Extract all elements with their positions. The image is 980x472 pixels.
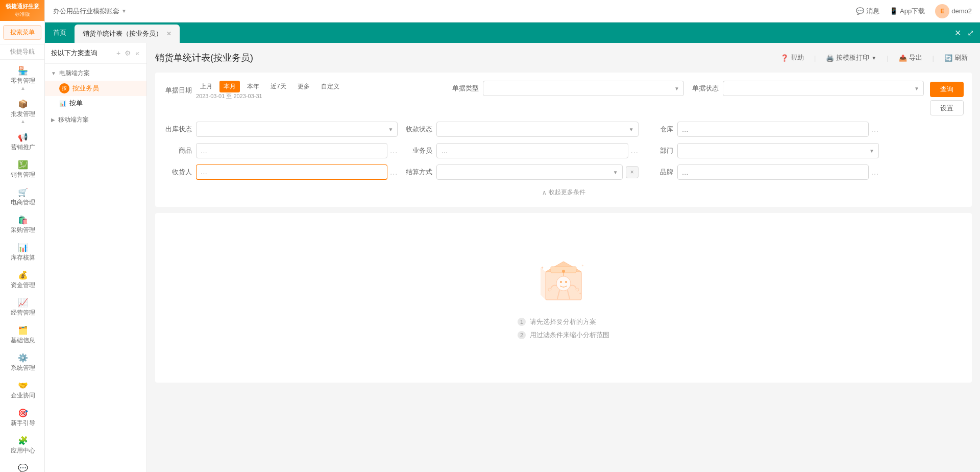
filter-salesperson-input[interactable] — [436, 143, 628, 158]
filter-row2: 出库状态 ▼ 收款状态 ▼ — [163, 122, 964, 137]
query-button[interactable]: 查询 — [930, 82, 964, 97]
filter-settlement-label: 结算方式 — [404, 168, 432, 177]
help-button[interactable]: ❓ 帮助 — [776, 51, 808, 64]
date-btn-custom[interactable]: 自定义 — [317, 81, 344, 92]
filter-brand-input[interactable] — [677, 164, 869, 180]
marketing-icon: 📢 — [18, 132, 28, 142]
app-logo[interactable]: 畅捷通好生意 标准版 — [0, 0, 44, 21]
search-menu-button[interactable]: 搜索菜单 — [3, 25, 41, 40]
print-template-button[interactable]: 🖨️ 按模板打印 ▼ — [822, 51, 880, 64]
filter-goods-input[interactable] — [196, 143, 387, 158]
sidebar-item-finance[interactable]: 💰 资金管理 — [0, 266, 44, 294]
app-selector[interactable]: 办公用品行业模拟账套 ▼ — [53, 7, 127, 16]
filter-settlement-tag: × — [626, 166, 639, 178]
collapse-more-button[interactable]: ∧ 收起更多条件 — [163, 184, 964, 199]
filter-out-status-control: ▼ — [196, 122, 398, 137]
quick-nav-button[interactable]: 快捷导航 — [0, 44, 44, 60]
tab-expand-icon[interactable]: ⤢ — [965, 26, 976, 40]
date-btn-last7[interactable]: 近7天 — [266, 81, 290, 92]
filter-goods-label: 商品 — [163, 146, 192, 155]
filter-action-buttons: 查询 设置 — [930, 81, 964, 115]
tip-item-2: 2 用过滤条件来缩小分析范围 — [518, 328, 609, 342]
date-btn-this-year[interactable]: 本年 — [243, 81, 263, 92]
refresh-label: 刷新 — [954, 53, 968, 62]
date-btn-more[interactable]: 更多 — [293, 81, 314, 92]
filter-consignee-input[interactable] — [196, 164, 387, 180]
filter-consignee-dots-icon[interactable]: … — [389, 168, 398, 177]
user-profile[interactable]: E demo2 — [935, 4, 972, 18]
tip-num-1: 1 — [518, 318, 526, 326]
sidebar-item-wechat[interactable]: 💬 企业微信 — [0, 459, 44, 472]
app-download-button[interactable]: 📱 App下载 — [890, 7, 925, 16]
retail-icon: 🏪 — [18, 66, 28, 76]
filter-goods-dots-icon[interactable]: … — [389, 146, 398, 155]
filter-consignee-control: … — [196, 164, 398, 180]
tab-sales-stat-label: 销货单统计表（按业务员） — [83, 29, 162, 38]
filter-doc-status-select[interactable]: ▼ — [723, 81, 924, 96]
retail-arrow-icon: ▲ — [20, 85, 26, 91]
filter-goods-control: … — [196, 143, 398, 158]
message-button[interactable]: 💬 消息 — [856, 7, 879, 16]
filter-department-arrow-icon: ▼ — [869, 148, 874, 154]
scheme-group-desktop-label[interactable]: ▼ 电脑端方案 — [45, 66, 146, 81]
export-button[interactable]: 📤 导出 — [895, 51, 926, 64]
filter-settlement-arrow-icon: ▼ — [613, 170, 618, 175]
scheme-settings-button[interactable]: ⚙ — [124, 48, 132, 58]
print-dropdown-icon: ▼ — [871, 55, 876, 61]
tab-close-window-icon[interactable]: ✕ — [952, 26, 963, 40]
filter-doc-type-select[interactable]: ▼ — [483, 81, 684, 96]
settings-button[interactable]: 设置 — [930, 100, 964, 115]
sidebar-item-retail[interactable]: 🏪 零售管理 ▲ — [0, 62, 44, 95]
scheme-collapse-button[interactable]: « — [134, 48, 140, 58]
filter-salesperson-dots-icon[interactable]: … — [630, 146, 639, 155]
filter-settlement-control: ▼ × — [436, 164, 638, 180]
filter-brand-label: 品牌 — [645, 168, 673, 177]
refresh-button[interactable]: 🔄 刷新 — [940, 51, 972, 64]
filter-settlement-tag-close-icon[interactable]: × — [630, 169, 634, 176]
sidebar-item-newuser[interactable]: 🎯 新手引导 — [0, 404, 44, 432]
basic-icon: 🗂️ — [18, 325, 28, 335]
svg-text:✦: ✦ — [541, 266, 544, 270]
date-btn-last-month[interactable]: 上月 — [196, 81, 216, 92]
sidebar-item-sales[interactable]: 💹 销售管理 — [0, 156, 44, 183]
svg-point-4 — [556, 276, 571, 291]
filter-warehouse-label: 仓库 — [645, 125, 673, 134]
filter-department-select[interactable]: ▼ — [677, 143, 879, 158]
topbar-right: 💬 消息 📱 App下载 E demo2 — [856, 4, 972, 18]
sidebar-item-purchase[interactable]: 🛍️ 采购管理 — [0, 211, 44, 239]
tip-num-2: 2 — [518, 331, 526, 339]
user-avatar: E — [935, 4, 949, 18]
scheme-item-by-salesperson[interactable]: 按 按业务员 — [45, 81, 146, 96]
scheme-group-mobile[interactable]: ▶ 移动端方案 — [45, 112, 146, 127]
filter-settlement-select[interactable]: ▼ — [436, 164, 622, 180]
filter-warehouse-input[interactable] — [677, 122, 869, 137]
date-btn-this-month[interactable]: 本月 — [219, 81, 240, 92]
scheme-item-by-order[interactable]: 📊 按单 — [45, 96, 146, 110]
newuser-icon: 🎯 — [18, 408, 28, 418]
sidebar-item-inventory[interactable]: 📊 库存核算 — [0, 239, 44, 266]
main-content: 销货单统计表(按业务员) ❓ 帮助 | 🖨️ 按模板打印 ▼ | 📤 — [147, 43, 980, 472]
export-label: 导出 — [909, 53, 922, 62]
sidebar-item-marketing[interactable]: 📢 营销推广 — [0, 128, 44, 156]
tab-sales-stat[interactable]: 销货单统计表（按业务员） ✕ — [75, 25, 180, 43]
filter-warehouse-dots-icon[interactable]: … — [871, 125, 879, 134]
sidebar-item-enterprise[interactable]: 🤝 企业协同 — [0, 376, 44, 404]
filter-out-status-select[interactable]: ▼ — [196, 122, 398, 137]
operations-icon: 📈 — [18, 298, 28, 308]
tip-item-1: 1 请先选择要分析的方案 — [518, 315, 609, 328]
sidebar-item-apps[interactable]: 🧩 应用中心 — [0, 432, 44, 459]
sidebar-item-operations[interactable]: 📈 经营管理 — [0, 294, 44, 321]
filter-receipt-status-select[interactable]: ▼ — [436, 122, 638, 137]
sidebar-item-ecommerce[interactable]: 🛒 电商管理 — [0, 183, 44, 211]
help-icon: ❓ — [780, 54, 789, 62]
tab-sales-stat-close-icon[interactable]: ✕ — [166, 31, 172, 37]
filter-brand-dots-icon[interactable]: … — [871, 168, 879, 177]
scheme-add-button[interactable]: + — [115, 48, 121, 58]
sidebar-item-wholesale[interactable]: 📦 批发管理 ▲ — [0, 95, 44, 128]
divider3: | — [933, 54, 934, 62]
sidebar-item-system[interactable]: ⚙️ 系统管理 — [0, 349, 44, 376]
tab-home-label: 首页 — [53, 28, 66, 37]
sidebar-item-basic[interactable]: 🗂️ 基础信息 — [0, 321, 44, 349]
tab-home[interactable]: 首页 — [45, 22, 75, 43]
sidebar-item-enterprise-label: 企业协同 — [11, 391, 35, 400]
